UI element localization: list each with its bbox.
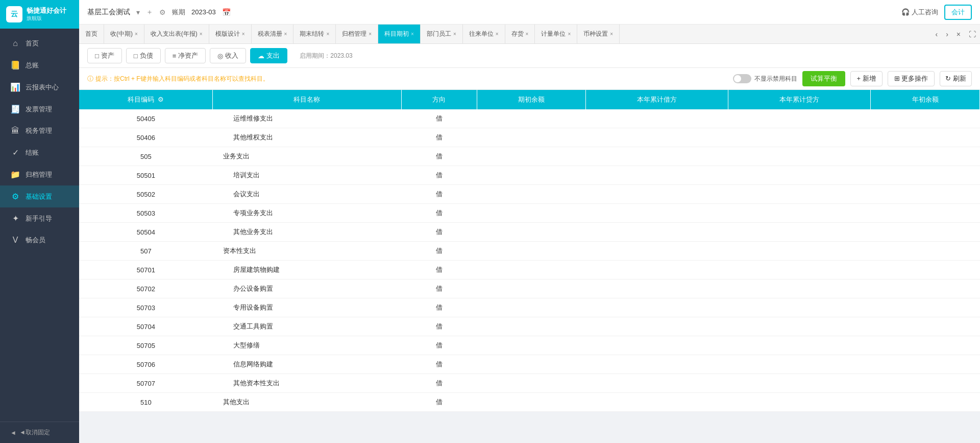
tip-text: 提示：按Ctrl + F键并输入科目编码或者科目名称可以查找科目。 [95,75,269,83]
tab-currency-close[interactable]: × [610,31,613,37]
table-row[interactable]: 50502会议支出借 [79,185,980,204]
sub-tab-asset-label: 资产 [101,51,114,60]
more-button[interactable]: ⊞ 更多操作 [888,71,935,86]
tab-archivemgr-close[interactable]: × [369,31,372,37]
cell-year-balance [871,128,980,147]
table-container: 科目编码 ⚙ 科目名称 方向 期初余额 本年累计借方 本年累计贷方 年初余额 5… [79,90,980,443]
tab-inventory-close[interactable]: × [526,31,529,37]
cell-name: 其他资本性支出 [213,374,401,393]
dropdown-icon[interactable]: ▾ [136,8,140,16]
tab-deptstaff[interactable]: 部门员工 × [421,25,463,43]
sidebar-label-reports: 云报表中心 [26,83,59,92]
tab-taxclear-close[interactable]: × [284,31,287,37]
table-row[interactable]: 505业务支出借 [79,147,980,166]
sidebar-item-archive[interactable]: 📁 归档管理 [0,164,79,185]
cell-name: 其他支出 [213,393,401,412]
sidebar-item-closing[interactable]: ✓ 结账 [0,142,79,164]
collapse-btn[interactable]: ◄ ◄取消固定 [0,422,79,443]
col-header-code: 科目编码 ⚙ [79,90,213,109]
sub-tab-expense[interactable]: ☁ 支出 [250,48,287,63]
sidebar-item-reports[interactable]: 📊 云报表中心 [0,76,79,98]
account-button[interactable]: 会计 [944,5,972,20]
sidebar-item-home[interactable]: ⌂ 首页 [0,33,79,54]
sub-tab-income2[interactable]: ◎ 收入 [210,48,246,63]
sub-tab-liability[interactable]: □ 负债 [126,48,161,63]
table-row[interactable]: 50704交通工具购置借 [79,317,980,336]
col-header-debit-ytd: 本年累计借方 [586,90,728,109]
tab-unit-close[interactable]: × [568,31,571,37]
table-row[interactable]: 50705大型修缮借 [79,336,980,355]
sidebar-item-tax[interactable]: 🏛 税务管理 [0,120,79,142]
tab-income-close[interactable]: × [200,31,203,37]
table-row[interactable]: 50706信息网络购建借 [79,355,980,374]
cell-direction: 借 [401,355,477,374]
tabs-expand-btn[interactable]: ⛶ [965,25,980,44]
refresh-button[interactable]: ↻ 刷新 [940,71,972,86]
tab-yearend-close[interactable]: × [326,31,329,37]
tab-partner-close[interactable]: × [496,31,499,37]
tabs-prev-btn[interactable]: ‹ [931,25,942,44]
cell-balance [477,355,586,374]
table-row[interactable]: 50406其他维权支出借 [79,128,980,147]
table-row[interactable]: 50701房屋建筑物购建借 [79,261,980,279]
period-label: 账期 [172,8,185,17]
table-row[interactable]: 507资本性支出借 [79,242,980,261]
col-code-label: 科目编码 [128,96,154,103]
sub-tab-equity[interactable]: ≡ 净资产 [165,48,206,63]
tabs-next-btn[interactable]: › [942,25,952,44]
invoice-icon: 🧾 [10,104,20,114]
table-row[interactable]: 510其他支出借 [79,393,980,412]
table-row[interactable]: 50703专用设备购置借 [79,298,980,317]
add-button[interactable]: + 新增 [850,71,883,86]
cell-debit-ytd [586,261,728,279]
tab-bsperiod-close[interactable]: × [135,31,138,37]
settings-gear-icon[interactable]: ⚙ [159,8,166,16]
table-row[interactable]: 50503专项业务支出借 [79,204,980,223]
cell-credit-ytd [728,128,871,147]
sidebar-item-guide[interactable]: ✦ 新手引导 [0,207,79,229]
col-code-gear-icon[interactable]: ⚙ [158,96,164,103]
tab-currency[interactable]: 币种设置 × [577,25,620,43]
tab-scinitial-close[interactable]: × [411,31,414,37]
sub-tab-equity-label: 净资产 [178,51,198,60]
service-button[interactable]: 🎧 人工咨询 [901,8,938,17]
tab-yearend-label: 期末结转 [300,30,324,38]
cell-balance [477,185,586,204]
table-row[interactable]: 50504其他业务支出借 [79,223,980,242]
tab-inventory[interactable]: 存货 × [505,25,535,43]
table-row[interactable]: 50501培训支出借 [79,166,980,185]
cell-code: 50405 [79,109,213,128]
cell-direction: 借 [401,223,477,242]
cell-year-balance [871,109,980,128]
table-row[interactable]: 50405运维维修支出借 [79,109,980,128]
tab-template-close[interactable]: × [242,31,245,37]
sidebar-item-ledger[interactable]: 📒 总账 [0,54,79,76]
cell-year-balance [871,185,980,204]
tab-taxclear[interactable]: 税表清册 × [252,25,294,43]
balance-button[interactable]: 试算平衡 [802,71,845,86]
sidebar-item-invoice[interactable]: 🧾 发票管理 [0,98,79,120]
add-company-icon[interactable]: ＋ [146,8,153,17]
cell-code: 50501 [79,166,213,185]
tab-template[interactable]: 模版设计 × [209,25,252,43]
tab-partner[interactable]: 往来单位 × [463,25,505,43]
sidebar-item-settings[interactable]: ⚙ 基础设置 [0,185,79,207]
disable-toggle[interactable] [733,74,751,83]
tab-unit[interactable]: 计量单位 × [535,25,577,43]
tab-income[interactable]: 收入支出表(年报) × [144,25,209,43]
tab-yearend[interactable]: 期末结转 × [293,25,336,43]
tab-scinitial[interactable]: 科目期初 × [378,25,421,43]
tab-archivemgr[interactable]: 归档管理 × [336,25,378,43]
table-row[interactable]: 50707其他资本性支出借 [79,374,980,393]
sidebar-label-closing: 结账 [26,148,39,157]
tab-home[interactable]: 首页 [79,25,104,43]
table-row[interactable]: 50702办公设备购置借 [79,279,980,298]
sub-tab-asset[interactable]: □ 资产 [87,48,122,63]
cell-code: 50502 [79,185,213,204]
sidebar-item-member[interactable]: V 畅会员 [0,229,79,251]
reports-icon: 📊 [10,82,20,92]
tab-bsperiod[interactable]: 收(中期) × [104,25,144,43]
tabs-close-all-btn[interactable]: × [952,25,965,44]
calendar-icon[interactable]: 📅 [222,8,231,16]
tab-deptstaff-close[interactable]: × [453,31,456,37]
